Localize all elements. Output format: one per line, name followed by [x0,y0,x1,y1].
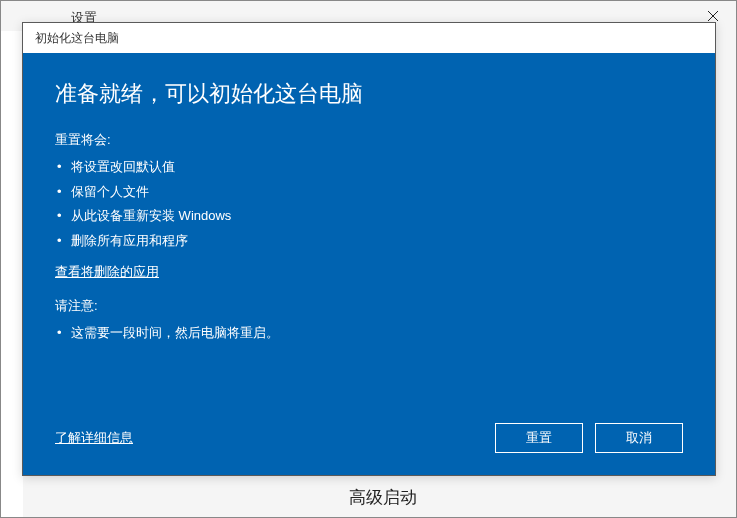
list-item: 保留个人文件 [55,180,683,205]
list-item: 将设置改回默认值 [55,155,683,180]
reset-will-label: 重置将会: [55,131,683,149]
button-group: 重置 取消 [495,423,683,453]
dialog-footer: 了解详细信息 重置 取消 [55,423,683,453]
note-items-list: 这需要一段时间，然后电脑将重启。 [55,321,683,346]
cancel-button[interactable]: 取消 [595,423,683,453]
reset-pc-dialog: 初始化这台电脑 准备就绪，可以初始化这台电脑 重置将会: 将设置改回默认值 保留… [22,22,716,476]
list-item: 删除所有应用和程序 [55,229,683,254]
learn-more-link[interactable]: 了解详细信息 [55,429,133,447]
list-item: 这需要一段时间，然后电脑将重启。 [55,321,683,346]
list-item: 从此设备重新安装 Windows [55,204,683,229]
advanced-startup-heading: 高级启动 [349,486,417,509]
dialog-titlebar-text: 初始化这台电脑 [35,30,119,47]
note-label: 请注意: [55,297,683,315]
dialog-titlebar: 初始化这台电脑 [23,23,715,53]
view-removed-apps-link[interactable]: 查看将删除的应用 [55,263,159,281]
dialog-heading: 准备就绪，可以初始化这台电脑 [55,79,683,109]
reset-button[interactable]: 重置 [495,423,583,453]
dialog-body: 准备就绪，可以初始化这台电脑 重置将会: 将设置改回默认值 保留个人文件 从此设… [23,53,715,475]
sidebar [1,31,23,517]
reset-items-list: 将设置改回默认值 保留个人文件 从此设备重新安装 Windows 删除所有应用和… [55,155,683,254]
